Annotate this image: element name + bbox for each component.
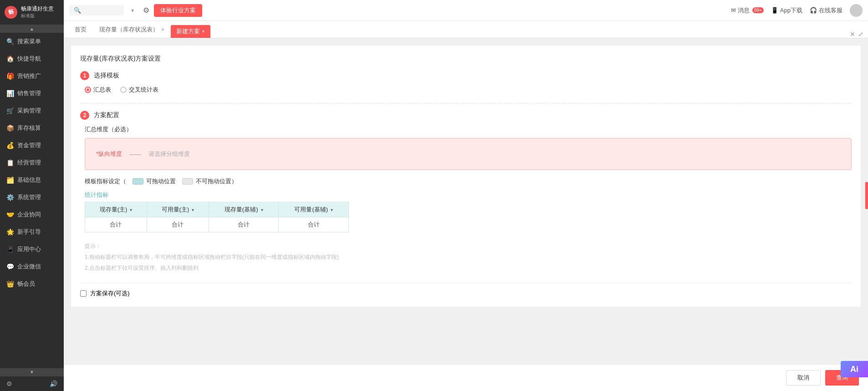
topbar-gear-icon[interactable]: ⚙: [143, 6, 149, 15]
sidebar-item-marketing[interactable]: 🎁 营销推广: [0, 67, 64, 85]
member-icon: 👑: [6, 280, 14, 288]
sidebar-item-quick-nav[interactable]: 🏠 快捷导航: [0, 50, 64, 67]
sidebar-item-guide[interactable]: 🌟 新手引导: [0, 223, 64, 241]
save-checkbox[interactable]: [80, 290, 87, 297]
col4-header[interactable]: 可用量(基辅) ▾: [279, 202, 349, 217]
step2-badge: 2: [80, 111, 89, 120]
window-expand-icon[interactable]: ⤢: [858, 31, 863, 38]
sidebar-item-system[interactable]: ⚙️ 系统管理: [0, 189, 64, 206]
search-icon: 🔍: [74, 7, 81, 14]
tab-inventory-close[interactable]: ×: [161, 26, 164, 33]
logo-title: 畅康通好生意: [21, 5, 54, 13]
col3-header[interactable]: 现存量(基辅) ▾: [209, 202, 279, 217]
sidebar-item-app-center[interactable]: 📱 应用中心: [0, 241, 64, 258]
service-label: 在线客服: [819, 6, 842, 15]
dimension-placeholder: 请选择分组维度: [148, 150, 190, 158]
sidebar-items: 🔍 搜索菜单 🏠 快捷导航 🎁 营销推广 📊 销售管理 🛒 采购管理 📦 库存核…: [0, 33, 64, 368]
sidebar-scroll-up[interactable]: ▲: [0, 25, 64, 33]
sidebar-item-operations[interactable]: 📋 经营管理: [0, 154, 64, 171]
sidebar-item-sales[interactable]: 📊 销售管理: [0, 85, 64, 102]
sidebar-item-label: 企业微信: [17, 262, 41, 271]
sidebar-item-member[interactable]: 👑 畅会员: [0, 275, 64, 293]
sidebar-item-wechat[interactable]: 💬 企业微信: [0, 258, 64, 275]
col2-value: 合计: [147, 217, 209, 232]
fixed-label: 不可拖动位置）: [196, 177, 237, 185]
radio-summary[interactable]: 汇总表: [85, 86, 111, 94]
operations-icon: 📋: [6, 159, 14, 166]
tab-new-scheme-close[interactable]: ×: [202, 28, 205, 35]
window-close-icon[interactable]: ✕: [850, 31, 855, 38]
guide-icon: 🌟: [6, 228, 14, 236]
sidebar-settings-icon[interactable]: ⚙: [6, 380, 12, 387]
draggable-indicator: 可拖动位置: [133, 177, 176, 185]
step2-header: 2 方案配置: [80, 111, 852, 120]
basic-info-icon: 🗂️: [6, 176, 14, 184]
dimension-dash: ——: [129, 151, 141, 158]
sidebar-item-basic-info[interactable]: 🗂️ 基础信息: [0, 171, 64, 189]
col1-header[interactable]: 现存量(主) ▾: [85, 202, 147, 217]
col4-value: 合计: [279, 217, 349, 232]
app-download-label: App下载: [780, 6, 802, 15]
template-indicator-label: 模板指标设定（: [85, 177, 126, 185]
col1-label: 现存量(主): [100, 206, 128, 214]
app-download-item[interactable]: 📱 App下载: [771, 6, 802, 15]
save-checkbox-label: 方案保存(可选): [90, 289, 130, 298]
sidebar-audio-icon[interactable]: 🔊: [50, 380, 57, 387]
col2-header[interactable]: 可用量(主) ▾: [147, 202, 209, 217]
stats-table-row: 合计 合计 合计 合计: [85, 217, 349, 232]
user-avatar[interactable]: [850, 4, 863, 17]
search-input[interactable]: [83, 7, 119, 14]
cancel-button[interactable]: 取消: [786, 370, 821, 386]
topbar-search-box[interactable]: 🔍: [69, 5, 124, 15]
sidebar-item-label: 采购管理: [17, 107, 41, 115]
tab-new-scheme[interactable]: 新建方案 ×: [171, 25, 210, 38]
footer: 取消 查询: [64, 364, 868, 391]
template-radio-group: 汇总表 交叉统计表: [85, 86, 852, 94]
sidebar: 畅 畅康通好生意 标准版 ▲ 🔍 搜索菜单 🏠 快捷导航 🎁 营销推广 📊 销售…: [0, 0, 64, 391]
sidebar-item-label: 资金管理: [17, 141, 41, 149]
template-indicator: 模板指标设定（ 可拖动位置 不可拖动位置）: [85, 177, 852, 185]
step1-section: 1 选择模板 汇总表 交叉统计表: [80, 71, 852, 94]
system-icon: ⚙️: [6, 194, 14, 201]
message-label: 消息: [738, 6, 750, 15]
tab-new-scheme-label: 新建方案: [176, 27, 200, 36]
stats-label: 统计指标: [85, 191, 852, 199]
sidebar-item-inventory[interactable]: 📦 库存核算: [0, 119, 64, 137]
step1-header: 1 选择模板: [80, 71, 852, 80]
col1-value: 合计: [85, 217, 147, 232]
col2-chevron[interactable]: ▾: [192, 207, 194, 212]
tab-home-label: 首页: [75, 26, 87, 34]
message-item[interactable]: ✉ 消息 99+: [731, 6, 764, 15]
sidebar-item-search-menu[interactable]: 🔍 搜索菜单: [0, 33, 64, 50]
col1-chevron[interactable]: ▾: [130, 207, 132, 212]
right-scrollbar: [865, 182, 868, 209]
dimension-box[interactable]: *纵向维度 —— 请选择分组维度: [85, 138, 852, 170]
tabs-window-controls: ✕ ⤢: [850, 31, 863, 38]
trial-button[interactable]: 体验行业方案: [154, 4, 202, 17]
radio-cross-circle: [120, 87, 127, 93]
sidebar-item-label: 新手引导: [17, 228, 41, 236]
tab-inventory-label: 现存量（库存状况表）: [99, 26, 158, 34]
sales-icon: 📊: [6, 90, 14, 97]
save-row: 方案保存(可选): [80, 283, 852, 298]
col3-value: 合计: [209, 217, 279, 232]
stats-table-head: 现存量(主) ▾ 可用量(主) ▾: [85, 202, 349, 217]
tips-section: 提示： 1.拖动标题栏可以调整布局，不可跨维度或指标区域拖动栏目字段(只能在同一…: [85, 241, 852, 273]
col3-chevron[interactable]: ▾: [261, 207, 263, 212]
tab-home[interactable]: 首页: [68, 22, 93, 38]
online-service-item[interactable]: 🎧 在线客服: [810, 6, 842, 15]
sidebar-scroll-down[interactable]: ▼: [0, 368, 64, 376]
sidebar-item-contract[interactable]: 🤝 企业协同: [0, 206, 64, 223]
radio-cross[interactable]: 交叉统计表: [120, 86, 158, 94]
divider-1: [80, 103, 852, 103]
search-menu-icon: 🔍: [6, 38, 14, 45]
sidebar-item-label: 应用中心: [17, 245, 41, 253]
sidebar-item-finance[interactable]: 💰 资金管理: [0, 137, 64, 154]
step2-section: 2 方案配置 汇总维度（必选） *纵向维度 —— 请选择分组维度: [80, 111, 852, 273]
sidebar-item-purchase[interactable]: 🛒 采购管理: [0, 102, 64, 119]
topbar-dropdown[interactable]: ▾: [128, 6, 137, 15]
col4-chevron[interactable]: ▾: [331, 207, 333, 212]
ai-indicator[interactable]: Ai: [841, 361, 868, 377]
tabs-bar: 首页 现存量（库存状况表） × 新建方案 × ✕ ⤢: [64, 21, 868, 38]
tab-inventory[interactable]: 现存量（库存状况表） ×: [93, 22, 171, 38]
